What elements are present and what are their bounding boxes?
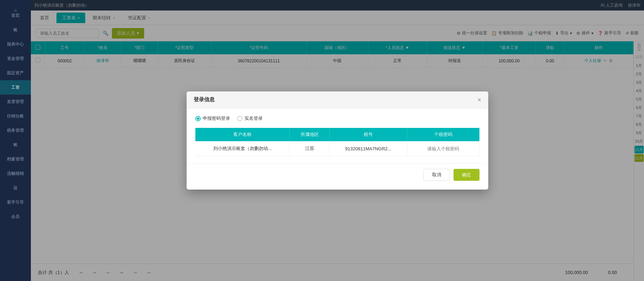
sidebar-item-home[interactable]: ⌂ 首页 [0, 4, 31, 23]
sidebar-item-settings[interactable]: 设 [0, 181, 31, 195]
tax-password-input[interactable] [422, 146, 464, 151]
cancel-button[interactable]: 取消 [423, 169, 450, 181]
sidebar-item-account[interactable]: 账 [0, 23, 31, 37]
sidebar: ⌂ 首页 账 报表中心 资金管理 固定资产 工资 发票管理 往销台账 税务管理 … [0, 0, 31, 281]
sidebar-item-member[interactable]: 会员 [0, 210, 31, 224]
sidebar-item-sales[interactable]: 往销台账 [0, 109, 31, 123]
home-icon: ⌂ [0, 8, 31, 13]
dialog-col-region: 所属地区 [290, 128, 329, 141]
dialog-body: 申报密码登录 实名登录 客户名称 所属地区 税号 个税密码 [187, 108, 488, 163]
dialog-region: 江苏 [290, 141, 329, 156]
sidebar-item-assets[interactable]: 固定资产 [0, 66, 31, 80]
dialog-table-row: 刘小艳演示账套（勿删勿动... 江苏 91320811MA7NGR2... [195, 141, 479, 156]
sidebar-item-ledger[interactable]: 账 [0, 138, 31, 152]
sidebar-item-salary[interactable]: 工资 [0, 80, 31, 95]
radio-realname-login[interactable]: 实名登录 [237, 115, 263, 122]
sidebar-item-reimbursement[interactable]: 流畅报销 [0, 166, 31, 181]
sidebar-item-guide[interactable]: 新手引导 [0, 195, 31, 210]
radio-password-circle [195, 116, 201, 121]
radio-realname-circle [237, 116, 242, 121]
sidebar-item-tax[interactable]: 税务管理 [0, 123, 31, 138]
sidebar-item-reports[interactable]: 报表中心 [0, 37, 31, 52]
dialog-footer: 取消 确定 [187, 163, 488, 186]
dialog-col-taxno: 税号 [329, 128, 407, 141]
dialog-inner-table: 客户名称 所属地区 税号 个税密码 刘小艳演示账套（勿删勿动... 江苏 913… [195, 128, 479, 156]
dialog-customer-name: 刘小艳演示账套（勿删勿动... [195, 141, 290, 156]
dialog-title: 登录信息 [194, 96, 215, 103]
sidebar-item-funds[interactable]: 资金管理 [0, 52, 31, 66]
sidebar-item-invoice[interactable]: 发票管理 [0, 95, 31, 109]
dialog-tax-no: 91320811MA7NGR2... [329, 141, 407, 156]
dialog-header: 登录信息 × [187, 91, 488, 108]
sidebar-item-archive[interactable]: 档案管理 [0, 152, 31, 166]
modal-overlay: 登录信息 × 申报密码登录 实名登录 客户名称 所属地区 [31, 0, 644, 281]
dialog-col-password: 个税密码 [407, 128, 479, 141]
confirm-button[interactable]: 确定 [454, 169, 479, 181]
dialog-col-customer: 客户名称 [195, 128, 290, 141]
login-options: 申报密码登录 实名登录 [195, 115, 479, 122]
login-dialog: 登录信息 × 申报密码登录 实名登录 客户名称 所属地区 [187, 91, 488, 190]
dialog-close-btn[interactable]: × [477, 97, 481, 103]
radio-password-login[interactable]: 申报密码登录 [195, 115, 230, 122]
dialog-password-cell [407, 141, 479, 156]
